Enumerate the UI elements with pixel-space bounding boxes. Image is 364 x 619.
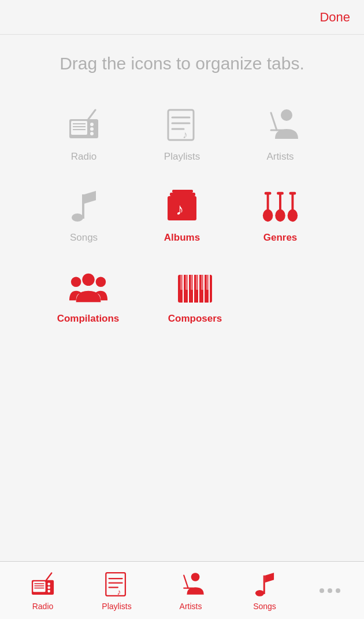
header: Done bbox=[0, 0, 364, 35]
tab-artists-label: Artists bbox=[180, 602, 202, 611]
icon-item-genres[interactable]: Genres bbox=[231, 186, 329, 244]
albums-icon: ♪ bbox=[162, 186, 202, 226]
tab-more-dots[interactable] bbox=[307, 588, 353, 593]
svg-point-17 bbox=[72, 213, 83, 222]
svg-point-4 bbox=[90, 132, 94, 135]
tab-songs-label: Songs bbox=[253, 602, 276, 611]
icons-grid: Radio ♪ Playlists bbox=[0, 105, 364, 348]
tab-playlists-label: Playlists bbox=[102, 602, 131, 611]
svg-rect-31 bbox=[289, 192, 296, 195]
svg-point-50 bbox=[47, 583, 50, 585]
svg-text:♪: ♪ bbox=[117, 588, 121, 596]
svg-line-53 bbox=[46, 573, 51, 580]
artists-icon bbox=[260, 105, 300, 145]
songs-icon bbox=[64, 186, 104, 226]
artists-label: Artists bbox=[266, 151, 294, 163]
radio-icon bbox=[64, 105, 104, 145]
playlists-label: Playlists bbox=[164, 151, 200, 163]
composers-label: Composers bbox=[168, 313, 222, 325]
icon-item-playlists[interactable]: ♪ Playlists bbox=[133, 105, 231, 163]
icon-item-compilations[interactable]: Compilations bbox=[35, 267, 142, 325]
tab-songs[interactable]: Songs bbox=[233, 570, 296, 611]
icon-item-albums[interactable]: ♪ Albums bbox=[133, 186, 231, 244]
main-content: Drag the icons to organize tabs. bbox=[0, 35, 364, 348]
tab-songs-icon bbox=[250, 570, 279, 599]
svg-rect-43 bbox=[185, 275, 189, 290]
svg-point-34 bbox=[82, 273, 94, 285]
tab-bar: Radio ♪ Playlists Artists bbox=[0, 561, 364, 619]
svg-rect-9 bbox=[168, 110, 194, 140]
svg-rect-25 bbox=[265, 192, 272, 195]
svg-text:♪: ♪ bbox=[176, 200, 184, 218]
done-button[interactable]: Done bbox=[320, 10, 350, 25]
songs-label: Songs bbox=[70, 232, 98, 244]
svg-point-16 bbox=[281, 109, 292, 121]
tab-radio-icon bbox=[28, 570, 57, 599]
svg-rect-1 bbox=[71, 121, 87, 135]
dot-1 bbox=[320, 588, 324, 593]
svg-rect-44 bbox=[191, 275, 194, 290]
svg-point-64 bbox=[191, 573, 200, 581]
albums-label: Albums bbox=[164, 232, 200, 244]
svg-rect-28 bbox=[277, 192, 284, 195]
tab-artists[interactable]: Artists bbox=[159, 570, 222, 611]
svg-rect-46 bbox=[201, 275, 205, 290]
icon-item-composers[interactable]: Composers bbox=[142, 267, 248, 325]
instruction-text: Drag the icons to organize tabs. bbox=[25, 52, 339, 76]
tab-playlists[interactable]: ♪ Playlists bbox=[85, 570, 148, 611]
svg-line-62 bbox=[184, 576, 188, 588]
compilations-label: Compilations bbox=[57, 313, 120, 325]
playlists-icon: ♪ bbox=[162, 105, 202, 145]
svg-text:♪: ♪ bbox=[183, 129, 188, 141]
tab-playlists-icon: ♪ bbox=[102, 570, 131, 599]
svg-rect-42 bbox=[180, 275, 184, 290]
icon-item-songs[interactable]: Songs bbox=[35, 186, 133, 244]
genres-icon bbox=[260, 186, 300, 226]
icon-row-3: Compilations bbox=[23, 267, 341, 325]
svg-rect-49 bbox=[33, 581, 45, 592]
svg-rect-30 bbox=[291, 193, 294, 216]
svg-rect-47 bbox=[206, 275, 210, 290]
tab-radio[interactable]: Radio bbox=[11, 570, 75, 611]
radio-label: Radio bbox=[71, 151, 96, 163]
svg-rect-18 bbox=[82, 194, 84, 219]
svg-point-33 bbox=[95, 277, 106, 287]
tab-artists-icon bbox=[176, 570, 205, 599]
icon-item-radio[interactable]: Radio bbox=[35, 105, 133, 163]
icon-item-artists[interactable]: Artists bbox=[231, 105, 329, 163]
svg-rect-45 bbox=[196, 275, 199, 290]
svg-rect-24 bbox=[267, 193, 269, 216]
tab-radio-label: Radio bbox=[32, 602, 54, 611]
compilations-icon bbox=[68, 267, 109, 307]
svg-rect-57 bbox=[106, 573, 125, 596]
svg-point-2 bbox=[90, 123, 94, 126]
svg-rect-20 bbox=[170, 193, 195, 196]
svg-point-32 bbox=[70, 277, 81, 287]
dot-2 bbox=[328, 588, 332, 593]
svg-rect-21 bbox=[172, 190, 193, 193]
svg-point-65 bbox=[255, 590, 264, 596]
svg-rect-27 bbox=[279, 193, 281, 216]
composers-icon bbox=[175, 267, 216, 307]
icon-row-2: Songs ♪ Albums bbox=[23, 186, 341, 244]
dot-3 bbox=[336, 588, 340, 593]
genres-label: Genres bbox=[263, 232, 298, 244]
icon-row-1: Radio ♪ Playlists bbox=[23, 105, 341, 163]
svg-point-51 bbox=[47, 586, 50, 589]
svg-point-52 bbox=[47, 590, 50, 593]
svg-rect-66 bbox=[263, 576, 265, 594]
svg-point-3 bbox=[90, 127, 94, 131]
svg-line-14 bbox=[271, 113, 277, 130]
svg-line-5 bbox=[88, 110, 95, 119]
